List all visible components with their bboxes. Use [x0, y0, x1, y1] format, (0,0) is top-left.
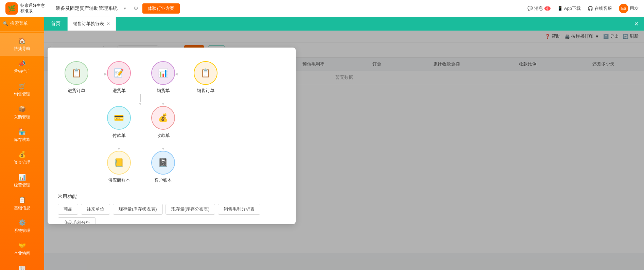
sales-order-circle: 📋 — [194, 61, 217, 85]
sidebar-item-finance[interactable]: 💰 资金管理 — [0, 147, 44, 169]
settings-gear-icon[interactable]: ⚙ — [134, 5, 138, 12]
payment-circle: 💳 — [107, 106, 131, 130]
sidebar-item-purchase[interactable]: 📦 采购管理 — [0, 101, 44, 124]
customer-ledger-circle: 📓 — [151, 151, 175, 175]
user-avatar: Ea — [619, 4, 628, 13]
message-icon: 💬 — [527, 6, 533, 11]
flow-node-receipt[interactable]: 💰 收款单 — [151, 106, 175, 139]
tab-bar: 首页 销售订单执行表 ✕ ✕ — [44, 17, 644, 31]
sidebar-item-quick-nav[interactable]: 🏠 快捷导航 — [0, 33, 44, 56]
sidebar-item-sys-mgmt[interactable]: ⚙️ 系统管理 — [0, 215, 44, 238]
finance-icon: 💰 — [18, 151, 26, 158]
sales-bill-circle: 📊 — [151, 61, 175, 85]
user-item[interactable]: Ea 用友 — [619, 4, 639, 13]
sidebar-item-marketing[interactable]: 📣 营销推广 — [0, 56, 44, 78]
tab-close-icon[interactable]: ✕ — [107, 21, 110, 26]
search-icon: 🔍 — [3, 21, 8, 26]
message-badge: 6 — [544, 6, 551, 11]
system-dropdown-icon[interactable]: ▼ — [123, 6, 127, 11]
flow-node-payment[interactable]: 💳 付款单 — [107, 106, 131, 139]
func-btn-goods-gross[interactable]: 商品毛利分析 — [58, 217, 96, 224]
message-item[interactable]: 💬 消息 6 — [527, 5, 551, 12]
tab-home[interactable]: 首页 — [44, 17, 68, 31]
func-btn-partners[interactable]: 往来单位 — [81, 204, 110, 215]
flow-node-purchase[interactable]: 📝 进货单 — [107, 61, 131, 94]
func-btn-sales-gross[interactable]: 销售毛利分析表 — [218, 204, 260, 215]
marketing-icon: 📣 — [18, 60, 26, 67]
purchase-icon: 📦 — [18, 105, 26, 113]
home-icon: 🏠 — [18, 37, 26, 44]
tab-bar-maximize[interactable]: ✕ — [629, 17, 644, 31]
sidebar-item-inventory[interactable]: 🏪 库存核算 — [0, 124, 44, 147]
system-name: 装备及固定资产辅助管理系统 — [56, 5, 118, 12]
headset-icon: 🎧 — [588, 6, 593, 11]
modal-overlay[interactable]: 📋 进货订单 ▶ — [44, 31, 644, 270]
flow-node-sales-order[interactable]: 📋 销售订单 — [194, 61, 217, 94]
app-download-item[interactable]: 📱 App下载 — [557, 5, 581, 12]
enterprise-icon: 🤝 — [18, 242, 26, 249]
purchase-order-circle: 📋 — [65, 61, 88, 85]
guide-icon: 📖 — [18, 265, 26, 270]
common-functions-section: 常用功能 商品 往来单位 现存量(库存状况表) 现存量(库存分布表) 销售毛利分… — [58, 194, 285, 224]
purchase-circle: 📝 — [107, 61, 131, 85]
func-buttons-row1: 商品 往来单位 现存量(库存状况表) 现存量(库存分布表) 销售毛利分析表 商品… — [58, 204, 285, 224]
operations-icon: 📊 — [18, 174, 26, 181]
logo-icon: 🌿 — [5, 2, 18, 15]
func-btn-stock-distribution[interactable]: 现存量(库存分布表) — [166, 204, 215, 215]
common-functions-title: 常用功能 — [58, 194, 285, 200]
sidebar-item-basic-info[interactable]: 📋 基础信息 — [0, 192, 44, 215]
flow-node-supplier-ledger[interactable]: 📒 供应商账本 — [107, 151, 131, 183]
logo-text: 畅康通好生意 标准版 — [20, 3, 45, 14]
try-btn[interactable]: 体验行业方案 — [142, 3, 180, 14]
sidebar-item-guide[interactable]: 📖 新手引导 — [0, 260, 44, 270]
sidebar-item-enterprise[interactable]: 🤝 企业协同 — [0, 238, 44, 260]
tab-sales-order[interactable]: 销售订单执行表 ✕ — [68, 17, 116, 31]
online-service-item[interactable]: 🎧 在线客服 — [588, 5, 612, 12]
flow-node-customer-ledger[interactable]: 📓 客户账本 — [151, 151, 175, 183]
sidebar-item-sales[interactable]: 🛒 销售管理 — [0, 78, 44, 101]
flow-node-purchase-order[interactable]: 📋 进货订单 — [65, 61, 88, 94]
inventory-icon: 🏪 — [18, 128, 26, 136]
func-btn-stock-status[interactable]: 现存量(库存状况表) — [113, 204, 163, 215]
sidebar-search[interactable]: 🔍 搜索菜单 — [0, 17, 44, 30]
basic-info-icon: 📋 — [18, 196, 26, 204]
supplier-ledger-circle: 📒 — [107, 151, 131, 175]
receipt-circle: 💰 — [151, 106, 175, 130]
sidebar-item-operations[interactable]: 📊 经营管理 — [0, 169, 44, 192]
sales-icon: 🛒 — [18, 83, 26, 90]
modal: 📋 进货订单 ▶ — [48, 48, 296, 224]
sys-mgmt-icon: ⚙️ — [18, 219, 26, 227]
func-btn-goods[interactable]: 商品 — [58, 204, 78, 215]
flow-node-sales-bill[interactable]: 📊 销货单 — [151, 61, 175, 94]
phone-icon: 📱 — [557, 6, 563, 11]
